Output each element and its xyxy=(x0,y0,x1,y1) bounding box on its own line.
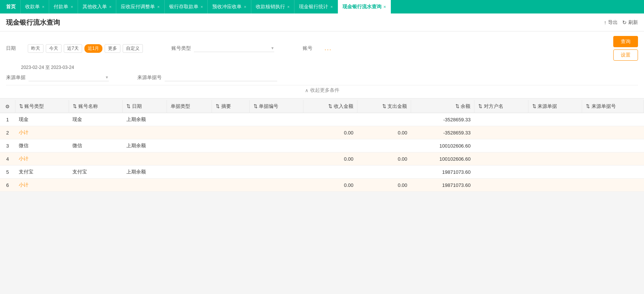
cell-balance: 19871073.60 xyxy=(411,179,474,192)
data-table-container: ⚙ ⇅ 账号类型 ⇅ 账号名称 ⇅ 日期 单据类型 ⇅ 摘要 ⇅ xyxy=(0,100,644,192)
nav-tab-payments[interactable]: 付款单 × xyxy=(49,0,78,13)
nav-tab-bank-deposit[interactable]: 银行存取款单 × xyxy=(165,0,208,13)
cell-counterparty xyxy=(474,139,528,152)
source-doc-no-input[interactable] xyxy=(165,74,277,81)
source-doc-input[interactable] xyxy=(29,74,104,81)
close-icon[interactable]: × xyxy=(71,4,73,9)
table-row: 1现金现金上期余额-3528659.33 xyxy=(0,113,644,126)
account-type-input[interactable] xyxy=(194,45,269,52)
account-type-label: 账号类型 xyxy=(171,45,191,52)
cell-source-doc xyxy=(528,139,582,152)
cell-balance: -3528659.33 xyxy=(411,126,474,139)
cell-account-type: 小计 xyxy=(15,179,69,192)
col-date[interactable]: ⇅ 日期 xyxy=(123,100,167,113)
cell-index: 2 xyxy=(0,126,15,139)
query-button[interactable]: 查询 xyxy=(613,36,638,47)
cell-expense: 0.00 xyxy=(357,126,411,139)
cell-income: 0.00 xyxy=(303,179,357,192)
nav-tab-cash-flow[interactable]: 现金银行流水查询 × xyxy=(338,0,391,13)
close-icon[interactable]: × xyxy=(384,4,386,9)
cell-doc-no xyxy=(249,179,303,192)
data-table: ⚙ ⇅ 账号类型 ⇅ 账号名称 ⇅ 日期 单据类型 ⇅ 摘要 ⇅ xyxy=(0,100,644,192)
nav-tab-other-income[interactable]: 其他收入单 × xyxy=(78,0,116,13)
col-account-name[interactable]: ⇅ 账号名称 xyxy=(69,100,122,113)
cell-expense: 0.00 xyxy=(357,179,411,192)
cell-summary xyxy=(212,126,249,139)
setting-button[interactable]: 设置 xyxy=(613,49,638,61)
col-settings[interactable]: ⚙ xyxy=(0,100,15,113)
source-doc-no-input-wrapper[interactable] xyxy=(165,74,277,81)
date-btn-yesterday[interactable]: 昨天 xyxy=(28,44,44,53)
cell-summary xyxy=(212,179,249,192)
col-source-doc[interactable]: ⇅ 来源单据 xyxy=(528,100,582,113)
date-btn-custom[interactable]: 自定义 xyxy=(123,44,143,53)
close-icon[interactable]: × xyxy=(287,4,290,9)
collapse-bar[interactable]: ∧ 收起更多条件 xyxy=(6,85,638,95)
close-icon[interactable]: × xyxy=(42,4,44,9)
cell-expense xyxy=(357,166,411,179)
export-button[interactable]: ↑ 导出 xyxy=(604,19,618,26)
col-account-type[interactable]: ⇅ 账号类型 xyxy=(15,100,69,113)
date-btn-1month[interactable]: 近1月 xyxy=(84,44,103,53)
refresh-button[interactable]: ↻ 刷新 xyxy=(622,19,638,26)
nav-tab-receipts[interactable]: 收款单 × xyxy=(21,0,49,13)
close-icon[interactable]: × xyxy=(109,4,111,9)
col-source-doc-no[interactable]: ⇅ 来源单据号 xyxy=(582,100,644,113)
cell-summary xyxy=(212,139,249,152)
cell-account-name xyxy=(69,126,122,139)
cell-counterparty xyxy=(474,179,528,192)
cell-index: 5 xyxy=(0,166,15,179)
cell-doc-no xyxy=(249,126,303,139)
cell-summary xyxy=(212,166,249,179)
nav-home[interactable]: 首页 xyxy=(2,0,21,13)
cell-account-type: 现金 xyxy=(15,113,69,126)
cell-source-doc-no xyxy=(582,113,644,126)
cell-doc-no xyxy=(249,113,303,126)
cell-date: 上期余额 xyxy=(123,139,167,152)
col-counterparty[interactable]: ⇅ 对方户名 xyxy=(474,100,528,113)
source-doc-filter-group: 来源单据 ▼ xyxy=(6,74,109,81)
date-btn-today[interactable]: 今天 xyxy=(46,44,62,53)
account-filter-group: 账号 ... xyxy=(303,45,335,52)
gear-icon[interactable]: ⚙ xyxy=(5,104,10,109)
action-buttons: 查询 设置 xyxy=(613,36,638,61)
close-icon[interactable]: × xyxy=(330,4,333,9)
col-doc-type[interactable]: 单据类型 xyxy=(167,100,212,113)
filter-bar: 日期 昨天 今天 近7天 近1月 更多 自定义 账号类型 ▼ 账号 ... xyxy=(0,31,644,98)
chevron-down-icon: ▼ xyxy=(270,46,274,50)
cell-doc-type xyxy=(167,139,212,152)
cell-account-type: 微信 xyxy=(15,139,69,152)
table-row: 6小计0.000.0019871073.60 xyxy=(0,179,644,192)
nav-tab-prepaid[interactable]: 预收冲应收单 × xyxy=(208,0,251,13)
close-icon[interactable]: × xyxy=(244,4,246,9)
close-icon[interactable]: × xyxy=(157,4,159,9)
col-income[interactable]: ⇅ 收入金额 xyxy=(303,100,357,113)
cell-balance: -3528659.33 xyxy=(411,113,474,126)
col-summary[interactable]: ⇅ 摘要 xyxy=(212,100,249,113)
nav-tab-cash-stats[interactable]: 现金银行统计 × xyxy=(294,0,338,13)
more-options-button[interactable]: ... xyxy=(324,45,332,52)
nav-tab-collection[interactable]: 收款核销执行 × xyxy=(251,0,294,13)
source-doc-select[interactable]: ▼ xyxy=(29,74,109,81)
source-doc-label: 来源单据 xyxy=(6,74,26,81)
cell-index: 1 xyxy=(0,113,15,126)
nav-tab-adjustment[interactable]: 应收应付调整单 × xyxy=(116,0,164,13)
account-label: 账号 xyxy=(303,45,321,52)
table-row: 3微信微信上期余额100102606.60 xyxy=(0,139,644,152)
cell-source-doc xyxy=(528,166,582,179)
cell-index: 4 xyxy=(0,152,15,166)
close-icon[interactable]: × xyxy=(201,4,203,9)
date-btn-more[interactable]: 更多 xyxy=(105,44,120,53)
cell-date xyxy=(123,126,167,139)
cell-expense xyxy=(357,139,411,152)
account-type-select[interactable]: ▼ xyxy=(194,45,274,52)
col-doc-no[interactable]: ⇅ 单据编号 xyxy=(249,100,303,113)
date-filter-group: 日期 昨天 今天 近7天 近1月 更多 自定义 xyxy=(6,44,143,53)
cell-income xyxy=(303,139,357,152)
date-btn-7days[interactable]: 近7天 xyxy=(64,44,82,53)
table-row: 2小计0.000.00-3528659.33 xyxy=(0,126,644,139)
col-balance[interactable]: ⇅ 余额 xyxy=(411,100,474,113)
col-expense[interactable]: ⇅ 支出金额 xyxy=(357,100,411,113)
cell-balance: 100102606.60 xyxy=(411,139,474,152)
page-title: 现金银行流水查询 xyxy=(6,18,60,27)
